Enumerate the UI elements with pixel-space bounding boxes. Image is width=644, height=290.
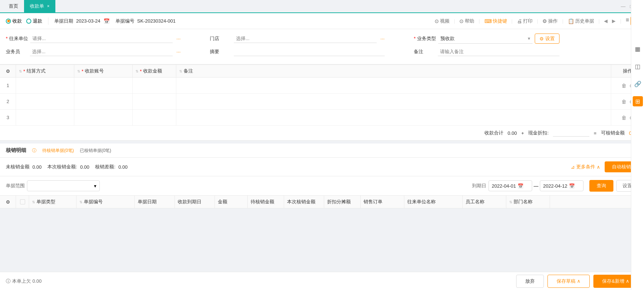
bcol-settings[interactable]: ⚙ <box>0 196 16 208</box>
query-btn[interactable]: 查询 <box>589 180 613 192</box>
query-row: 单据范围 ▾ 到期日 2022-04-01 📅 — 2022-04-12 📅 <box>0 176 644 195</box>
gear-icon: ⚙ <box>539 36 544 42</box>
sidebar-link-icon[interactable]: 🔗 <box>633 79 643 89</box>
form-row-1: * 往来单位 ··· 门店 ··· * 业务类型 预收款 ▾ ⚙ 设置 <box>6 34 638 44</box>
done-tab[interactable]: 已核销单据(0笔) <box>80 148 111 154</box>
calendar-icon[interactable]: 📅 <box>103 18 110 24</box>
bcol-amount: 金额 <box>215 196 248 208</box>
col-note-header: ⇅ 备注 <box>176 65 611 77</box>
calendar-from-icon: 📅 <box>518 183 523 189</box>
row-2-note[interactable] <box>176 94 611 109</box>
total-value: 0.00 <box>508 130 517 136</box>
biz-type-label: * 业务类型 <box>414 35 436 42</box>
settings-icon: ⚙ <box>6 199 10 205</box>
sort-icon[interactable]: ⇅ <box>179 69 182 73</box>
date-from-input[interactable]: 2022-04-01 📅 <box>488 180 532 191</box>
bcol-discount: 折扣分摊额 <box>324 196 361 208</box>
from-unit-label: * 往来单位 <box>6 35 28 42</box>
radio-refund[interactable]: 退款 <box>26 18 42 24</box>
col-settings-header[interactable]: ⚙ <box>0 65 16 77</box>
sort-icon[interactable]: ⇅ <box>32 200 35 204</box>
col-account-header: ⇅ *收款账号 <box>74 65 133 77</box>
minimize-icon[interactable]: — <box>621 4 625 9</box>
tab-close-icon[interactable]: × <box>47 0 50 13</box>
help-icon: ⊙ <box>459 18 464 24</box>
sort-icon[interactable]: ⇅ <box>19 69 22 73</box>
shop-more[interactable]: ··· <box>380 36 385 42</box>
print-btn[interactable]: 🖨 打印 <box>517 18 533 24</box>
remark-label: 备注 <box>414 48 436 55</box>
shop-input[interactable] <box>234 34 377 43</box>
biz-settings-btn[interactable]: ⚙ 设置 <box>535 34 559 44</box>
print-icon: 🖨 <box>517 18 522 24</box>
nav-prev[interactable]: ◀ <box>604 18 608 24</box>
row-1-delete-icon[interactable]: 🗑 <box>621 83 627 89</box>
discount-label: 现金折扣: <box>528 130 549 136</box>
from-unit-input[interactable] <box>30 34 173 43</box>
staff-more[interactable]: ··· <box>176 49 181 55</box>
sort-icon[interactable]: ⇅ <box>79 200 82 204</box>
staff-label: 业务员 <box>6 48 28 55</box>
row-3-settle[interactable] <box>16 110 74 125</box>
settings-icon: ⚙ <box>6 68 10 74</box>
row-1-amount[interactable] <box>133 78 176 93</box>
row-2-settle[interactable] <box>16 94 74 109</box>
table-row: 3 🗑 ⊕ <box>0 110 644 126</box>
bcol-from: 往来单位名称 <box>404 196 463 208</box>
save-draft-btn[interactable]: 保存草稿 ∧ <box>547 275 590 288</box>
total-label: 收款合计 <box>484 130 503 136</box>
shortcut-btn[interactable]: ⌨ 快捷键 <box>484 18 507 24</box>
range-select[interactable]: ▾ <box>27 180 100 191</box>
info-icon[interactable]: ⓘ <box>32 148 36 154</box>
shop-field: 门店 ··· <box>210 34 385 43</box>
toolbar: 收款 退款 单据日期 2023-03-24 📅 单据编号 SK-20230324… <box>0 13 644 29</box>
row-3-num: 3 <box>0 110 16 125</box>
bcol-type: ⇅ 单据类型 <box>29 196 76 208</box>
table-row: 1 🗑 ⊕ <box>0 78 644 94</box>
due-date-label: 到期日 <box>472 183 486 189</box>
bottom-table-header: ⚙ ⇅ 单据类型 ⇅ 单据编号 单据日期 收款到期日 金额 待核销金额 本次核销… <box>0 195 644 208</box>
nav-next[interactable]: ▶ <box>612 18 616 24</box>
sidebar-expand-icon[interactable]: ⊞ <box>633 96 643 106</box>
discount-input[interactable] <box>553 129 589 137</box>
doc-date-group: 单据日期 2023-03-24 📅 <box>54 18 110 24</box>
row-3-account[interactable] <box>74 110 133 125</box>
staff-input[interactable] <box>30 47 173 56</box>
row-3-amount[interactable] <box>133 110 176 125</box>
draft-arrow-icon: ∧ <box>577 278 581 284</box>
row-3-note[interactable] <box>176 110 611 125</box>
row-1-account[interactable] <box>74 78 133 93</box>
summary-input[interactable] <box>234 47 385 56</box>
sort-icon[interactable]: ⇅ <box>136 69 138 73</box>
row-3-delete-icon[interactable]: 🗑 <box>621 115 627 121</box>
receipt-type-group: 收款 退款 <box>6 18 42 24</box>
video-btn[interactable]: ⊙ 视频 <box>435 18 449 24</box>
remark-input[interactable] <box>438 47 559 56</box>
list-view-icon[interactable]: ≡ <box>626 17 629 25</box>
range-field: 单据范围 ▾ <box>6 180 466 191</box>
biz-type-select[interactable]: 预收款 ▾ <box>438 34 533 44</box>
help-btn[interactable]: ⊙ 帮助 <box>459 18 474 24</box>
radio-receipt[interactable]: 收款 <box>6 18 22 24</box>
tab-receipt[interactable]: 收款单 × <box>24 0 55 13</box>
history-btn[interactable]: 📋 历史单据 <box>568 18 594 24</box>
sort-icon[interactable]: ⇅ <box>509 200 512 204</box>
row-1-note[interactable] <box>176 78 611 93</box>
date-separator: — <box>534 183 538 189</box>
select-all-checkbox[interactable] <box>20 199 25 204</box>
sort-icon[interactable]: ⇅ <box>77 69 80 73</box>
pending-tab[interactable]: 待核销单据(0笔) <box>42 148 74 154</box>
row-2-account[interactable] <box>74 94 133 109</box>
from-unit-more[interactable]: ··· <box>176 36 181 42</box>
sidebar-doc-icon[interactable]: ◫ <box>633 61 643 71</box>
bcol-checkbox[interactable] <box>16 196 29 208</box>
row-2-delete-icon[interactable]: 🗑 <box>621 99 627 105</box>
more-conditions-btn[interactable]: ⊿ 更多条件 ∧ <box>571 164 600 170</box>
row-1-settle[interactable] <box>16 78 74 93</box>
tab-home[interactable]: 首页 <box>3 0 24 13</box>
row-2-amount[interactable] <box>133 94 176 109</box>
date-to-input[interactable]: 2022-04-12 📅 <box>540 180 584 191</box>
sidebar-table-icon[interactable]: ▦ <box>633 44 643 54</box>
operations-btn[interactable]: ⚙ 操作 <box>542 18 558 24</box>
discard-btn[interactable]: 放弃 <box>516 275 544 288</box>
